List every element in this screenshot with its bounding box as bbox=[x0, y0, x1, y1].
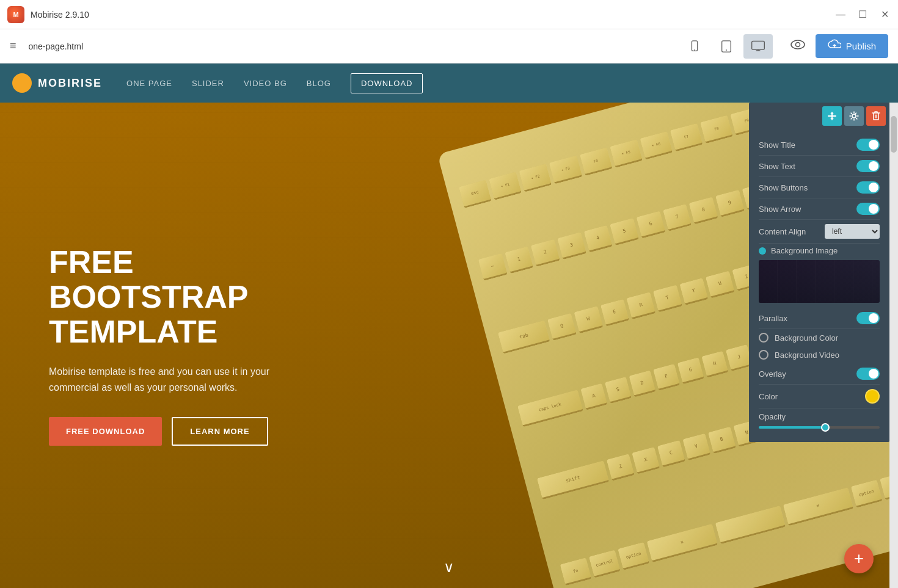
svg-point-1 bbox=[694, 49, 695, 51]
svg-point-3 bbox=[726, 49, 727, 51]
free-download-button[interactable]: FREE DOWNLOAD bbox=[49, 417, 162, 446]
publish-label: Publish bbox=[846, 41, 876, 51]
logo-letter: M bbox=[13, 11, 18, 18]
publish-button[interactable]: Publish bbox=[816, 34, 888, 58]
svg-point-6 bbox=[795, 42, 800, 46]
main-content-area: esc ✦ F1 ✦ F2 ✦ F3 F4 ☀ F5 ☀ F6 F7 F8 F9… bbox=[0, 103, 898, 588]
nav-video-bg[interactable]: VIDEO BG bbox=[244, 79, 287, 88]
svg-point-5 bbox=[791, 40, 805, 49]
minimize-button[interactable]: — bbox=[834, 9, 847, 21]
show-buttons-label: Show Buttons bbox=[759, 183, 808, 192]
nav-slider[interactable]: SLIDER bbox=[192, 79, 224, 88]
show-text-row: Show Text bbox=[759, 156, 880, 177]
cloud-upload-icon bbox=[828, 39, 841, 53]
hero-buttons: FREE DOWNLOAD LEARN MORE bbox=[49, 417, 318, 446]
settings-content: Show Title Show Text Show Buttons Show A… bbox=[749, 128, 889, 442]
parallax-toggle[interactable] bbox=[856, 312, 880, 324]
show-buttons-toggle[interactable] bbox=[856, 181, 880, 194]
background-video-label: Background Video bbox=[775, 350, 839, 360]
preview-button[interactable] bbox=[790, 38, 806, 54]
scrollbar-thumb[interactable] bbox=[891, 116, 897, 153]
show-title-label: Show Title bbox=[759, 140, 795, 150]
window-controls: — ☐ ✕ bbox=[834, 9, 891, 21]
opacity-label: Opacity bbox=[759, 412, 880, 421]
svg-point-7 bbox=[852, 114, 856, 118]
background-video-radio[interactable] bbox=[759, 350, 768, 360]
section-settings-button[interactable] bbox=[844, 106, 864, 126]
show-buttons-row: Show Buttons bbox=[759, 177, 880, 198]
background-image-section: Background Image bbox=[759, 244, 880, 308]
content-align-select[interactable]: left center right bbox=[825, 224, 880, 239]
background-video-row: Background Video bbox=[759, 346, 880, 363]
brand-logo: MOBIRISE bbox=[12, 73, 102, 93]
toolbar-right: Publish bbox=[790, 34, 888, 58]
show-arrow-row: Show Arrow bbox=[759, 198, 880, 220]
desktop-view-button[interactable] bbox=[743, 34, 773, 59]
background-color-row: Background Color bbox=[759, 329, 880, 346]
settings-toolbar bbox=[749, 103, 889, 128]
show-text-toggle[interactable] bbox=[856, 160, 880, 172]
parallax-label: Parallax bbox=[759, 314, 787, 323]
hero-subtitle: Mobirise template is free and you can us… bbox=[49, 364, 318, 395]
device-switcher bbox=[680, 34, 773, 59]
color-label: Color bbox=[759, 392, 778, 401]
title-bar: M Mobirise 2.9.10 — ☐ ✕ bbox=[0, 0, 898, 29]
overlay-row: Overlay bbox=[759, 363, 880, 385]
overlay-toggle[interactable] bbox=[856, 368, 880, 380]
delete-section-button[interactable] bbox=[866, 106, 886, 126]
filename-label: one-page.html bbox=[29, 42, 84, 51]
overlay-label: Overlay bbox=[759, 369, 786, 379]
nav-blog[interactable]: BLOG bbox=[307, 79, 331, 88]
background-color-label: Background Color bbox=[775, 333, 838, 343]
color-row: Color bbox=[759, 385, 880, 408]
nav-one-page[interactable]: ONE PAGE bbox=[126, 79, 172, 88]
menu-icon[interactable]: ≡ bbox=[10, 40, 16, 53]
logo-circle bbox=[12, 73, 32, 93]
background-color-radio[interactable] bbox=[759, 333, 768, 343]
app-title: Mobirise 2.9.10 bbox=[31, 10, 89, 20]
toolbar: ≡ one-page.html Publish bbox=[0, 29, 898, 64]
slider-fill bbox=[759, 426, 825, 429]
hero-title: FREE BOOTSTRAP TEMPLATE bbox=[49, 245, 318, 350]
show-title-toggle[interactable] bbox=[856, 139, 880, 151]
logo-text: MOBIRISE bbox=[38, 77, 102, 90]
slider-thumb[interactable] bbox=[821, 423, 830, 432]
show-title-row: Show Title bbox=[759, 134, 880, 156]
learn-more-button[interactable]: LEARN MORE bbox=[172, 417, 268, 446]
content-align-label: Content Align bbox=[759, 227, 806, 236]
vertical-scrollbar[interactable] bbox=[889, 103, 898, 588]
background-image-row: Background Image bbox=[759, 246, 880, 255]
hero-content: FREE BOOTSTRAP TEMPLATE Mobirise templat… bbox=[0, 208, 367, 483]
background-image-indicator bbox=[759, 247, 766, 255]
close-button[interactable]: ✕ bbox=[878, 9, 891, 21]
show-arrow-toggle[interactable] bbox=[856, 203, 880, 215]
tablet-view-button[interactable] bbox=[712, 34, 741, 59]
mobile-view-button[interactable] bbox=[680, 34, 709, 59]
maximize-button[interactable]: ☐ bbox=[856, 9, 869, 21]
preview-thumbnail bbox=[759, 260, 880, 303]
scroll-down-arrow[interactable]: ∨ bbox=[444, 559, 454, 576]
settings-panel: Show Title Show Text Show Buttons Show A… bbox=[749, 103, 889, 442]
nav-download[interactable]: DOWNLOAD bbox=[351, 73, 423, 93]
svg-rect-4 bbox=[752, 41, 765, 49]
svg-rect-0 bbox=[692, 40, 697, 51]
color-swatch[interactable] bbox=[865, 389, 880, 404]
add-section-button[interactable]: + bbox=[844, 544, 874, 573]
background-image-label: Background Image bbox=[771, 246, 838, 255]
app-logo: M bbox=[7, 6, 24, 23]
show-text-label: Show Text bbox=[759, 162, 795, 171]
opacity-slider[interactable] bbox=[759, 426, 880, 429]
app-navigation: MOBIRISE ONE PAGE SLIDER VIDEO BG BLOG D… bbox=[0, 64, 898, 103]
background-image-preview[interactable] bbox=[759, 260, 880, 303]
nav-links: ONE PAGE SLIDER VIDEO BG BLOG DOWNLOAD bbox=[126, 73, 886, 93]
content-align-row: Content Align left center right bbox=[759, 220, 880, 244]
show-arrow-label: Show Arrow bbox=[759, 205, 801, 214]
parallax-row: Parallax bbox=[759, 308, 880, 329]
opacity-row: Opacity bbox=[759, 408, 880, 432]
move-section-button[interactable] bbox=[822, 106, 842, 126]
